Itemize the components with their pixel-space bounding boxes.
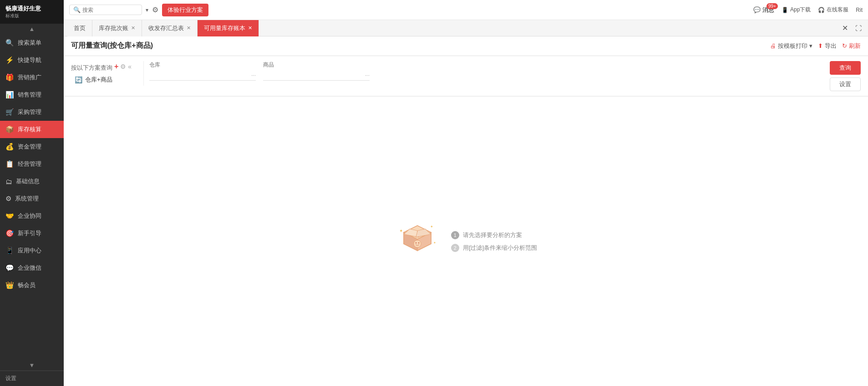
- empty-illustration: ✦ ✦ ✦: [395, 219, 440, 264]
- add-scheme-button[interactable]: +: [114, 62, 118, 71]
- message-badge: 99+: [766, 3, 778, 9]
- wechat-icon: 💬: [5, 264, 14, 272]
- tab-available-ledger-close[interactable]: ✕: [248, 25, 252, 31]
- export-label: 导出: [825, 42, 837, 50]
- scheme-gear-button[interactable]: ⚙: [120, 63, 126, 70]
- query-button[interactable]: 查询: [830, 61, 861, 75]
- filter-fields: 仓库 ··· 商品 ···: [149, 61, 824, 81]
- app-center-icon: 📱: [5, 247, 14, 255]
- sidebar-scroll-up[interactable]: ▲: [0, 24, 64, 34]
- sidebar-item-finance[interactable]: 💰 资金管理: [0, 138, 64, 155]
- sidebar-item-enterprise[interactable]: 🤝 企业协同: [0, 207, 64, 225]
- empty-box-svg: ✦ ✦ ✦: [395, 219, 440, 264]
- query-actions: 查询 设置: [830, 61, 861, 91]
- tab-available-ledger[interactable]: 可用量库存账本 ✕: [198, 20, 259, 36]
- tip-text-2: 用[过滤]条件来缩小分析范围: [463, 244, 537, 252]
- sidebar-item-purchase[interactable]: 🛒 采购管理: [0, 103, 64, 121]
- search-input[interactable]: [82, 7, 137, 13]
- product-field-input: ···: [263, 70, 370, 81]
- print-icon: 🖨: [770, 42, 776, 49]
- dropdown-arrow-icon[interactable]: ▾: [146, 7, 148, 13]
- sidebar-item-label: 快捷导航: [18, 56, 41, 64]
- svg-point-8: [418, 242, 419, 244]
- app-icon: 📱: [782, 7, 788, 13]
- sidebar-item-inventory[interactable]: 📦 库存核算: [0, 121, 64, 138]
- app-download-button[interactable]: 📱 App下载: [782, 6, 811, 14]
- scheme-item-warehouse-product[interactable]: 🔄 仓库+商品: [71, 74, 140, 86]
- sidebar-footer[interactable]: 设置: [0, 371, 64, 386]
- sidebar-item-label: 基础信息: [16, 177, 40, 185]
- sidebar-item-label: 销售管理: [18, 91, 41, 99]
- refresh-button[interactable]: ↻ 刷新: [842, 42, 861, 50]
- app-name: 畅康通好生意: [5, 5, 58, 13]
- tab-receipt-summary[interactable]: 收发存汇总表 ✕: [142, 20, 198, 36]
- inventory-icon: 📦: [5, 125, 14, 134]
- sidebar-item-member[interactable]: 👑 畅会员: [0, 277, 64, 294]
- sidebar-scroll-down[interactable]: ▼: [0, 360, 64, 371]
- tip-num-2: 2: [451, 244, 459, 252]
- topbar-search-box[interactable]: 🔍: [69, 5, 142, 15]
- search-nav-icon: 🔍: [5, 39, 14, 47]
- trial-button[interactable]: 体验行业方案: [162, 4, 208, 16]
- svg-text:✦: ✦: [433, 241, 436, 244]
- tab-close-all-btn[interactable]: ✕: [839, 24, 851, 32]
- quick-nav-icon: ⚡: [5, 56, 14, 64]
- tab-batch-ledger-label: 库存批次账: [99, 24, 128, 32]
- svg-text:✦: ✦: [430, 225, 433, 229]
- page-title-actions: 🖨 按模板打印 ▾ ⬆ 导出 ↻ 刷新: [770, 42, 861, 50]
- message-button[interactable]: 💬 消息 99+: [753, 6, 774, 14]
- sidebar-item-sales[interactable]: 📊 销售管理: [0, 86, 64, 103]
- sidebar-item-label: 资金管理: [18, 143, 41, 151]
- scheme-collapse-button[interactable]: «: [128, 63, 132, 70]
- sidebar-item-label: 搜索菜单: [18, 39, 41, 47]
- sidebar-item-quick-nav[interactable]: ⚡ 快捷导航: [0, 51, 64, 69]
- sidebar-item-label: 采购管理: [18, 108, 41, 116]
- sidebar-item-newbie[interactable]: 🎯 新手引导: [0, 225, 64, 242]
- sidebar-item-marketing[interactable]: 🎁 营销推广: [0, 69, 64, 86]
- sidebar-item-wechat[interactable]: 💬 企业微信: [0, 259, 64, 277]
- sidebar-item-operations[interactable]: 📋 经营管理: [0, 155, 64, 173]
- purchase-icon: 🛒: [5, 108, 14, 116]
- sidebar-header: 畅康通好生意 标准版: [0, 0, 64, 24]
- topbar-right: 💬 消息 99+ 📱 App下载 🎧 在线客服 Rit: [753, 6, 863, 14]
- app-label: App下载: [790, 6, 811, 14]
- tab-batch-ledger-close[interactable]: ✕: [131, 25, 135, 31]
- member-icon: 👑: [5, 281, 14, 289]
- system-icon: ⚙: [5, 195, 11, 203]
- tip-item-1: 1 请先选择要分析的方案: [451, 231, 537, 239]
- tab-home[interactable]: 首页: [67, 20, 92, 36]
- online-service-button[interactable]: 🎧 在线客服: [818, 6, 848, 14]
- sidebar-item-label: 畅会员: [18, 281, 36, 289]
- warehouse-more-icon[interactable]: ···: [251, 72, 256, 78]
- search-icon: 🔍: [73, 6, 81, 13]
- print-template-button[interactable]: 🖨 按模板打印 ▾: [770, 42, 812, 50]
- divider: [64, 96, 868, 96]
- filter-settings-button[interactable]: 设置: [830, 77, 861, 91]
- tip-item-2: 2 用[过滤]条件来缩小分析范围: [451, 244, 537, 252]
- tab-receipt-summary-close[interactable]: ✕: [187, 25, 191, 31]
- scheme-actions: 按以下方案查询 + ⚙ «: [71, 61, 140, 72]
- marketing-icon: 🎁: [5, 73, 14, 82]
- product-more-icon[interactable]: ···: [365, 72, 370, 78]
- filter-schemes: 按以下方案查询 + ⚙ « 🔄 仓库+商品: [71, 61, 144, 86]
- sidebar-item-basic-info[interactable]: 🗂 基础信息: [0, 173, 64, 190]
- empty-state: ✦ ✦ ✦ 1 请先选择要分析的方案 2 用[过滤]条件来缩小分析范围: [64, 97, 868, 386]
- sidebar-item-app-center[interactable]: 📱 应用中心: [0, 242, 64, 259]
- tab-batch-ledger[interactable]: 库存批次账 ✕: [92, 20, 142, 36]
- product-input[interactable]: [263, 72, 363, 78]
- export-button[interactable]: ⬆ 导出: [818, 42, 837, 50]
- tab-expand-btn[interactable]: ⛶: [853, 25, 864, 32]
- sidebar-item-label: 企业协同: [18, 212, 41, 220]
- refresh-label: 刷新: [849, 42, 861, 50]
- tabs-right-actions: ✕ ⛶: [839, 24, 864, 32]
- user-label[interactable]: Rit: [856, 7, 863, 13]
- print-dropdown-icon[interactable]: ▾: [809, 42, 812, 49]
- sidebar-item-system[interactable]: ⚙ 系统管理: [0, 190, 64, 207]
- svg-text:✦: ✦: [399, 228, 403, 233]
- topbar-gear-icon[interactable]: ⚙: [152, 5, 158, 14]
- warehouse-input[interactable]: [149, 72, 249, 78]
- sales-icon: 📊: [5, 91, 14, 99]
- warehouse-field-input: ···: [149, 70, 256, 81]
- sidebar-item-search[interactable]: 🔍 搜索菜单: [0, 34, 64, 51]
- main-area: 🔍 ▾ ⚙ 体验行业方案 💬 消息 99+ 📱 App下载 🎧 在线客服 Rit: [64, 0, 868, 386]
